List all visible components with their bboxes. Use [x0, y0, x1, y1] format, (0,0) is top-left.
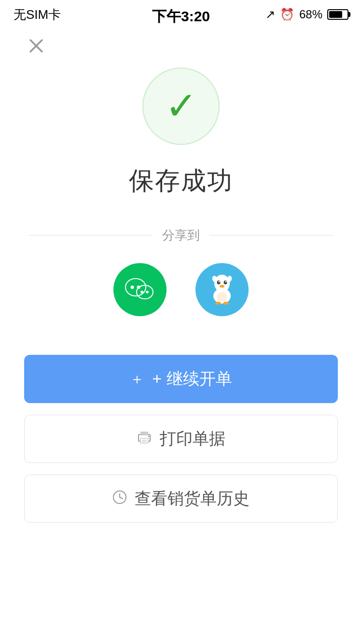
clock-icon	[112, 490, 127, 508]
plus-icon: ＋	[130, 369, 144, 389]
location-icon: ↗	[265, 8, 275, 21]
continue-order-label: + 继续开单	[152, 368, 232, 390]
printer-icon	[137, 431, 152, 448]
continue-order-button[interactable]: ＋ + 继续开单	[24, 355, 338, 403]
svg-point-5	[137, 285, 153, 299]
share-divider: 分享到	[0, 227, 362, 244]
alarm-icon: ⏰	[280, 8, 294, 21]
svg-point-3	[131, 285, 134, 289]
view-history-button[interactable]: 查看销货单历史	[24, 475, 338, 523]
svg-point-2	[125, 279, 146, 296]
svg-point-6	[140, 291, 143, 294]
status-left: 无SIM卡	[14, 6, 66, 23]
carrier-label: 无SIM卡	[14, 6, 61, 23]
qq-share-button[interactable]	[195, 263, 249, 316]
status-right: ↗ ⏰ 68%	[265, 8, 348, 21]
main-content: ✓ 保存成功 分享到	[0, 29, 362, 523]
checkmark-icon: ✓	[165, 87, 197, 126]
battery-icon	[327, 9, 348, 20]
svg-point-10	[224, 280, 227, 284]
svg-point-11	[219, 281, 220, 282]
svg-point-13	[220, 285, 224, 288]
svg-line-28	[120, 497, 123, 499]
svg-point-7	[146, 291, 149, 294]
svg-point-12	[225, 281, 227, 282]
close-button[interactable]	[24, 34, 48, 58]
divider-line-left	[29, 235, 153, 236]
svg-point-9	[217, 280, 221, 284]
success-title: 保存成功	[129, 164, 233, 198]
divider-line-right	[209, 235, 333, 236]
battery-percent: 68%	[299, 8, 322, 21]
svg-rect-21	[140, 432, 148, 435]
share-label: 分享到	[153, 227, 209, 244]
svg-point-15	[217, 292, 227, 302]
share-icons	[113, 263, 249, 316]
svg-rect-22	[140, 438, 148, 443]
status-bar: 无SIM卡 下午3:20 ↗ ⏰ 68%	[0, 0, 362, 29]
svg-point-16	[215, 302, 221, 305]
success-circle: ✓	[142, 68, 220, 145]
view-history-label: 查看销货单历史	[135, 488, 250, 510]
print-receipt-button[interactable]: 打印单据	[24, 415, 338, 463]
svg-point-25	[148, 435, 150, 437]
print-receipt-label: 打印单据	[160, 428, 225, 450]
wechat-share-button[interactable]	[113, 263, 167, 316]
status-time: 下午3:20	[152, 7, 210, 27]
svg-point-17	[223, 302, 229, 305]
action-buttons: ＋ + 继续开单 打印单据	[0, 355, 362, 523]
